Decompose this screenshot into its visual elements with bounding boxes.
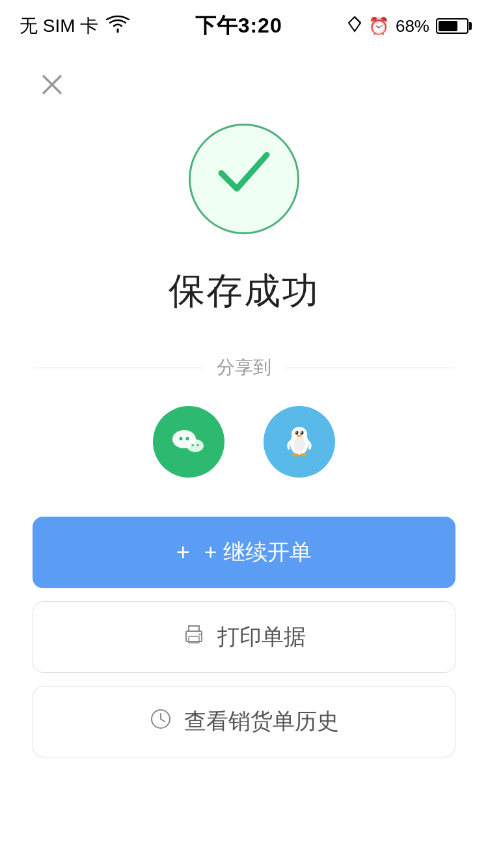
alarm-icon: ⏰ — [368, 16, 389, 36]
divider-right — [284, 368, 455, 368]
divider-left — [33, 368, 204, 368]
print-icon — [182, 623, 206, 651]
svg-point-13 — [301, 431, 302, 433]
svg-point-4 — [179, 437, 182, 440]
svg-point-11 — [300, 431, 303, 435]
history-button[interactable]: 查看销货单历史 — [33, 686, 455, 757]
history-label: 查看销货单历史 — [184, 707, 339, 737]
continue-label: + 继续开单 — [204, 537, 312, 567]
status-bar: 无 SIM 卡 下午3:20 ⏰ 68% — [0, 0, 488, 52]
no-sim-label: 无 SIM 卡 — [20, 14, 98, 38]
share-icons — [153, 406, 335, 478]
print-label: 打印单据 — [217, 622, 306, 652]
continue-button[interactable]: + + 继续开单 — [33, 517, 455, 588]
history-icon — [149, 707, 172, 736]
svg-point-16 — [292, 453, 299, 456]
share-section: 分享到 — [33, 355, 455, 478]
status-right: ⏰ 68% — [347, 16, 468, 37]
svg-point-20 — [199, 634, 201, 636]
svg-point-7 — [197, 444, 199, 446]
print-button[interactable]: 打印单据 — [33, 601, 455, 673]
battery-icon — [436, 18, 468, 34]
qq-share-button[interactable] — [264, 406, 335, 478]
svg-point-10 — [295, 431, 298, 435]
close-button[interactable] — [33, 65, 72, 104]
success-title: 保存成功 — [169, 267, 319, 316]
checkmark-icon — [215, 146, 273, 207]
svg-point-12 — [295, 431, 297, 433]
success-circle — [189, 124, 299, 234]
share-label: 分享到 — [217, 355, 271, 380]
share-divider: 分享到 — [33, 355, 455, 380]
wifi-icon — [106, 15, 129, 38]
svg-point-5 — [185, 437, 189, 440]
battery-percent: 68% — [396, 16, 429, 36]
status-left: 无 SIM 卡 — [20, 14, 129, 38]
status-time: 下午3:20 — [195, 12, 282, 40]
svg-point-17 — [300, 453, 306, 456]
main-content: 保存成功 分享到 — [0, 52, 488, 783]
svg-point-15 — [293, 437, 305, 452]
plus-icon: + — [176, 539, 190, 566]
location-icon — [347, 16, 362, 37]
wechat-share-button[interactable] — [153, 406, 224, 478]
action-buttons: + + 继续开单 打印单据 查看销货单历 — [33, 517, 455, 757]
svg-point-3 — [187, 439, 204, 452]
svg-point-6 — [191, 444, 194, 446]
